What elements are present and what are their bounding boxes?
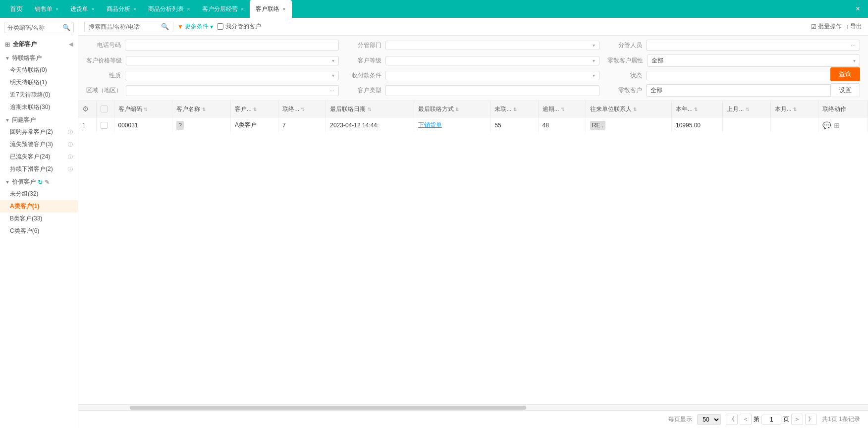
filter-select-dept[interactable]: ▾ [385,41,599,50]
close-customer-contact-tab[interactable]: × [282,6,285,12]
sort-type-icon[interactable]: ⇅ [253,107,257,111]
cell-last-method[interactable]: 下销货单 [414,117,490,133]
info-icon-1[interactable]: ⓘ [68,129,73,136]
next-page-btn[interactable]: ＞ [791,414,803,425]
close-customer-mgmt-tab[interactable]: × [241,6,244,12]
dots-manager[interactable]: ··· [851,42,856,49]
close-sales-tab[interactable]: × [55,6,58,12]
grid-action-icon[interactable]: ⊞ [834,121,840,129]
sort-last-method-icon[interactable]: ⇅ [455,107,459,111]
filter-select-status[interactable]: ▾ [646,71,860,80]
edit-value-icon[interactable]: ✎ [45,179,50,186]
export-icon: ↑ [846,23,849,30]
filter-select-manager[interactable]: ··· [646,40,860,51]
filter-select-region[interactable]: ··· [126,85,339,96]
filter-select-payment[interactable]: ▾ [385,71,599,80]
refresh-value-icon[interactable]: ↻ [38,179,43,186]
nav-tab-sales[interactable]: 销售单 × [29,0,64,18]
cell-checkbox[interactable] [96,117,114,133]
filter-input-customer-type[interactable] [385,85,599,96]
sidebar-item-ungrouped[interactable]: 未分组(32) [0,188,78,200]
sort-last-month-icon[interactable]: ⇅ [746,107,750,111]
dots-region[interactable]: ··· [329,87,334,94]
my-customers-check[interactable]: 我分管的客户 [217,22,261,31]
row-checkbox[interactable] [101,122,108,129]
nav-tab-analysis-list[interactable]: 商品分析列表 × [142,0,196,18]
close-analysis-list-tab[interactable]: × [187,6,190,12]
close-all-tabs[interactable]: × [852,4,864,13]
nav-tab-analysis[interactable]: 商品分析 × [101,0,142,18]
last-method-link[interactable]: 下销货单 [418,121,442,128]
filter-search-icon[interactable]: 🔍 [161,23,169,30]
horizontal-scrollbar[interactable] [78,404,868,410]
nav-home[interactable]: 首页 [4,4,29,13]
filter-input-phone[interactable] [125,40,339,51]
page-size-select[interactable]: 50 [697,414,721,425]
group-value-customers[interactable]: ▼ 价值客户 ↻ ✎ [0,175,78,188]
sort-name-icon[interactable]: ⇅ [202,107,206,111]
sidebar-item-class-a[interactable]: A类客户(1) [0,200,78,213]
filter-select-price-grade[interactable]: ▾ [126,56,339,65]
sidebar-item-class-b[interactable]: B类客户(33) [0,213,78,225]
more-filters-btn[interactable]: ▼ 更多条件 ▾ [177,22,213,31]
filter-search-input[interactable] [89,23,161,30]
sort-this-month-icon[interactable]: ⇅ [793,107,797,111]
group-pending-contact[interactable]: ▼ 待联络客户 [0,52,78,64]
first-page-btn[interactable]: 《 [726,414,738,425]
sidebar-item-today[interactable]: 今天待联络(0) [0,64,78,76]
batch-op-btn[interactable]: ☑ 批量操作 [811,22,842,31]
sidebar-item-overdue[interactable]: 逾期未联络(30) [0,101,78,113]
last-page-btn[interactable]: 》 [805,414,817,425]
chat-icon[interactable]: 💬 [822,121,831,129]
nav-tab-customer-contact[interactable]: 客户联络 × [250,0,291,18]
sidebar-item-repurchase-abnormal[interactable]: 回购异常客户(2) ⓘ [0,126,78,138]
nav-tab-purchase[interactable]: 进货单 × [64,0,100,18]
close-analysis-tab[interactable]: × [133,6,136,12]
sidebar-item-7days[interactable]: 近7天待联络(0) [0,89,78,101]
sort-unit-icon[interactable]: ⇅ [633,107,637,111]
all-customers-header[interactable]: ⊞ 全部客户 ◀ [0,37,78,52]
nav-tab-customer-mgmt[interactable]: 客户分层经营 × [196,0,250,18]
filter-select-retail-attr[interactable]: 全部 ▾ [647,54,860,67]
sidebar-item-tomorrow[interactable]: 明天待联络(1) [0,76,78,89]
prev-page-btn[interactable]: ＜ [740,414,752,425]
sort-code-icon[interactable]: ⇅ [144,107,148,111]
sidebar-item-churn-warning[interactable]: 流失预警客户(3) ⓘ [0,138,78,151]
filter-select-customer-grade[interactable]: ▾ [385,56,599,65]
sort-overdue-icon[interactable]: ⇅ [561,107,565,111]
page-number-input[interactable] [761,415,781,425]
filter-search-box[interactable]: 🔍 [84,21,173,32]
sidebar-item-declining[interactable]: 持续下滑客户(2) ⓘ [0,163,78,175]
cell-last-date: 2023-04-12 14:44: [326,117,414,133]
my-customers-checkbox[interactable] [217,23,223,30]
scroll-thumb[interactable] [130,406,526,410]
sort-uncontacted-icon[interactable]: ⇅ [513,107,517,111]
settings-button[interactable]: 设置 [830,83,860,97]
group-problem-customers[interactable]: ▼ 问题客户 [0,113,78,126]
th-checkbox[interactable] [96,101,114,117]
table-container[interactable]: ⚙ 客户编码 ⇅ 客户名称 ⇅ [78,101,868,404]
close-purchase-tab[interactable]: × [91,6,94,12]
filter-select-retail[interactable]: 全部 ▾ [646,84,860,97]
sidebar-search-box[interactable]: 🔍 [4,22,74,33]
info-icon-4[interactable]: ⓘ [68,166,73,173]
info-icon-3[interactable]: ⓘ [68,154,73,160]
sidebar-search-input[interactable] [7,24,62,31]
sidebar-item-class-c[interactable]: C类客户(6) [0,225,78,237]
info-icon-2[interactable]: ⓘ [68,141,73,148]
export-btn[interactable]: ↑ 导出 [846,22,862,31]
query-button[interactable]: 查询 [830,67,860,81]
sort-contact-icon[interactable]: ⇅ [301,107,305,111]
sort-year-icon[interactable]: ⇅ [694,107,698,111]
th-last-date: 最后联络日期 ⇅ [326,101,414,117]
content-area: 🔍 ▼ 更多条件 ▾ 我分管的客户 ☑ 批量操作 ↑ 导出 [78,18,868,428]
sidebar-search-icon[interactable]: 🔍 [62,24,70,31]
sort-last-date-icon[interactable]: ⇅ [368,107,372,111]
collapse-sidebar-btn[interactable]: ◀ [69,41,73,48]
select-all-checkbox[interactable] [101,106,108,112]
filter-select-nature[interactable]: ▾ [125,71,339,80]
sidebar-item-churned[interactable]: 已流失客户(24) ⓘ [0,151,78,163]
chevron-down-icon: ▾ [210,23,213,30]
table-gear-icon[interactable]: ⚙ [82,105,89,113]
th-gear[interactable]: ⚙ [78,101,96,117]
